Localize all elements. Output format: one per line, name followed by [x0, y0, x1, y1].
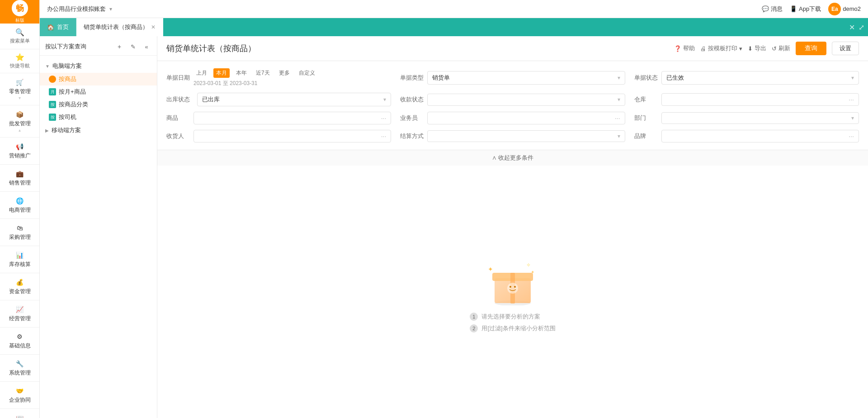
warehouse-control[interactable]: ··· — [661, 93, 859, 106]
department-select[interactable]: ▾ — [661, 112, 859, 124]
category-icon: 按 — [49, 101, 56, 108]
payment-status-control[interactable]: ▾ — [427, 94, 625, 106]
brand-input[interactable]: ··· — [661, 130, 859, 142]
settlement-chevron-icon: ▾ — [618, 133, 620, 139]
date-btn-current-month[interactable]: 本月 — [213, 68, 230, 78]
query-button[interactable]: 查询 — [796, 42, 826, 55]
tab-maximize-icon[interactable]: ⤢ — [859, 23, 864, 32]
svg-point-5 — [509, 286, 511, 288]
sidebar-quick-nav[interactable]: ⭐ 快捷导航 — [0, 49, 39, 73]
topbar-dropdown-icon[interactable]: ▾ — [109, 6, 112, 12]
receiver-control[interactable]: ··· — [193, 130, 391, 142]
tab-close-icon[interactable]: ✕ — [151, 24, 156, 30]
collapse-panel-button[interactable]: « — [142, 42, 151, 52]
brand-more-icon[interactable]: ··· — [849, 133, 854, 140]
sidebar-item-base[interactable]: ⚙ 基础信息 — [0, 328, 39, 355]
receiver-more-icon[interactable]: ··· — [381, 133, 387, 140]
template-print-button[interactable]: 🖨 按模板打印 ▾ — [700, 44, 742, 52]
receiver-label: 收货人 — [166, 132, 193, 140]
finance-icon: 💰 — [15, 278, 24, 287]
sidebar-search[interactable]: 🔍 搜索菜单 — [0, 24, 39, 49]
sidebar-item-enterprise[interactable]: 🤝 企业协同 — [0, 382, 39, 409]
tree-expand-icon: ▼ — [45, 64, 50, 69]
tab-home[interactable]: 🏠 首页 — [40, 18, 76, 36]
doc-status-control[interactable]: 已生效 ▾ — [661, 71, 859, 85]
settlement-control[interactable]: ▾ — [427, 130, 625, 142]
product-input[interactable]: ··· — [193, 112, 391, 124]
tree-desktop-section[interactable]: ▼ 电脑端方案 — [40, 59, 157, 73]
edit-scheme-button[interactable]: ✎ — [128, 42, 138, 52]
tree-item-by-month-product[interactable]: 月 按月+商品 — [40, 86, 157, 98]
product-control[interactable]: ··· — [193, 112, 391, 124]
home-icon: 🏠 — [47, 24, 54, 31]
receiver-input[interactable]: ··· — [193, 130, 391, 142]
add-scheme-button[interactable]: + — [114, 42, 124, 52]
settlement-select[interactable]: ▾ — [427, 130, 625, 142]
svg-point-4 — [507, 283, 518, 294]
payment-status-select[interactable]: ▾ — [427, 94, 625, 106]
doc-type-select[interactable]: 销货单 ▾ — [427, 71, 625, 85]
date-btn-custom[interactable]: 自定义 — [296, 68, 318, 78]
sidebar-item-system[interactable]: 🔧 系统管理 — [0, 355, 39, 382]
topbar: 办公用品行业模拟账套 ▾ 💬 消息 📱 App下载 Ea demo2 — [40, 0, 868, 18]
product-more-icon[interactable]: ··· — [381, 114, 387, 122]
scheme-tree: ▼ 电脑端方案 按商品 月 按月+商品 按 按商品分类 按 — [40, 56, 157, 141]
sidebar-item-retail[interactable]: 🛒 零售管理 ▾ — [0, 73, 39, 105]
warehouse-input[interactable]: ··· — [661, 93, 859, 106]
department-control[interactable]: ▾ — [661, 112, 859, 124]
topbar-app-download[interactable]: 📱 App下载 — [790, 5, 821, 13]
sidebar-item-guide[interactable]: 📖 新手引导 — [0, 409, 39, 418]
page-title-bar: 销货单统计表（按商品） ❓ 帮助 🖨 按模板打印 ▾ ⬇ 导出 — [157, 36, 868, 61]
system-icon: 🔧 — [15, 359, 24, 368]
tree-item-by-product[interactable]: 按商品 — [40, 73, 157, 86]
tree-item-by-category[interactable]: 按 按商品分类 — [40, 98, 157, 111]
sidebar-item-finance[interactable]: 💰 资金管理 — [0, 273, 39, 300]
tree-mobile-section[interactable]: ▶ 移动端方案 — [40, 124, 157, 137]
sidebar-item-wholesale[interactable]: 📦 批发管理 ▴ — [0, 105, 39, 138]
tree-item-by-driver[interactable]: 按 按司机 — [40, 111, 157, 124]
date-btn-more[interactable]: 更多 — [276, 68, 292, 78]
sidebar-item-operation[interactable]: 📈 经营管理 — [0, 300, 39, 328]
quick-nav-label: 快捷导航 — [0, 62, 39, 69]
export-button[interactable]: ⬇ 导出 — [748, 44, 766, 52]
tab-close-window-icon[interactable]: ✕ — [849, 23, 855, 32]
guide-icon: 📖 — [15, 413, 24, 418]
brand-control[interactable]: ··· — [661, 130, 859, 142]
sidebar-item-ecommerce[interactable]: 🌐 电商管理 — [0, 192, 39, 219]
right-panel: 销货单统计表（按商品） ❓ 帮助 🖨 按模板打印 ▾ ⬇ 导出 — [157, 36, 868, 418]
sidebar-item-purchase[interactable]: 🛍 采购管理 — [0, 219, 39, 246]
warehouse-more-icon[interactable]: ··· — [849, 96, 854, 103]
filter-product-field: 商品 ··· — [166, 112, 391, 124]
date-label: 单据日期 — [166, 74, 193, 82]
tab-sales-stat[interactable]: 销货单统计表（按商品） ✕ — [76, 18, 163, 36]
sidebar-item-marketing[interactable]: 📢 营销推广 — [0, 138, 39, 165]
message-icon: 💬 — [762, 5, 769, 12]
sidebar-item-inventory[interactable]: 📊 库存核算 — [0, 246, 39, 273]
filter-form: 单据日期 上月 本月 本年 近7天 更多 自定义 2023-03-01 至 20… — [157, 61, 868, 150]
filter-row-4: 收货人 ··· 结算方式 — [166, 130, 859, 142]
logo-icon: 畅 — [12, 0, 28, 16]
help-button[interactable]: ❓ 帮助 — [674, 44, 695, 52]
doc-status-select[interactable]: 已生效 ▾ — [661, 71, 859, 85]
warehouse-status-select[interactable]: 已出库 ▾ — [197, 93, 391, 106]
avatar: Ea — [828, 3, 841, 15]
salesperson-more-icon[interactable]: ··· — [615, 114, 620, 122]
doc-type-control[interactable]: 销货单 ▾ — [427, 71, 625, 85]
operation-icon: 📈 — [15, 305, 24, 314]
warehouse-status-control[interactable]: 已出库 ▾ — [197, 93, 391, 106]
settings-button[interactable]: 设置 — [832, 42, 859, 55]
main-area: 办公用品行业模拟账套 ▾ 💬 消息 📱 App下载 Ea demo2 🏠 首页 … — [40, 0, 868, 418]
sidebar-item-sales[interactable]: 💼 销售管理 — [0, 165, 39, 192]
date-btn-this-year[interactable]: 本年 — [233, 68, 250, 78]
date-btn-7days[interactable]: 近7天 — [253, 68, 273, 78]
app-logo[interactable]: 畅 标版 — [0, 0, 39, 24]
refresh-button[interactable]: ↺ 刷新 — [772, 44, 790, 52]
salesperson-input[interactable]: ··· — [427, 112, 625, 124]
topbar-message[interactable]: 💬 消息 — [762, 5, 783, 13]
collapse-bar[interactable]: ∧ 收起更多条件 — [157, 150, 868, 166]
date-btn-last-month[interactable]: 上月 — [193, 68, 210, 78]
salesperson-control[interactable]: ··· — [427, 112, 625, 124]
empty-box-svg: ✦ ✦ ✧ — [486, 260, 540, 305]
content-area: 按以下方案查询 + ✎ « ▼ 电脑端方案 按商品 — [40, 36, 868, 418]
topbar-user[interactable]: Ea demo2 — [828, 3, 861, 15]
